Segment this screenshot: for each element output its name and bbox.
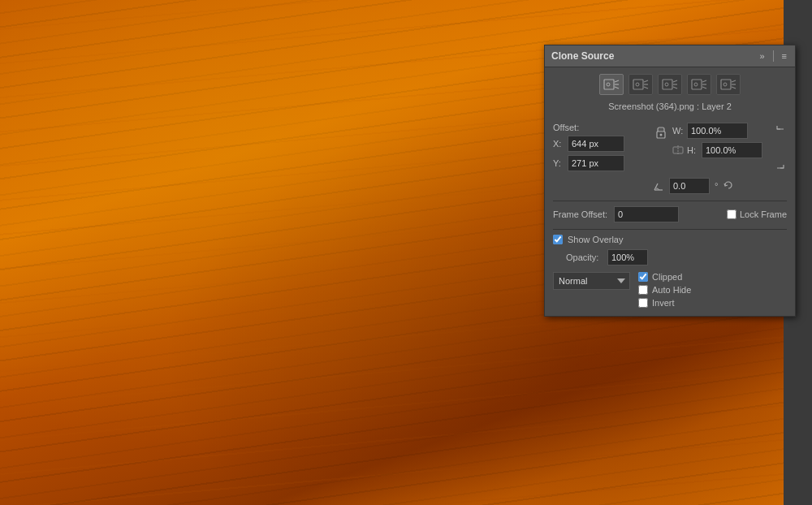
degree-label: ° bbox=[715, 181, 718, 191]
lock-icon-area bbox=[653, 123, 669, 175]
svg-rect-15 bbox=[692, 80, 702, 89]
svg-point-27 bbox=[660, 134, 663, 136]
source-name: Screenshot (364).png : Layer 2 bbox=[545, 100, 795, 118]
auto-hide-label: Auto Hide bbox=[652, 285, 691, 295]
x-input[interactable] bbox=[568, 136, 624, 152]
svg-rect-20 bbox=[721, 80, 731, 89]
svg-point-21 bbox=[723, 83, 727, 86]
source-icons-row bbox=[545, 67, 795, 100]
h-label: H: bbox=[687, 145, 698, 155]
reset-h-button[interactable] bbox=[774, 163, 787, 175]
opacity-row: Opacity: bbox=[566, 249, 787, 265]
invert-row: Invert bbox=[638, 298, 787, 308]
y-field-row: Y: bbox=[553, 155, 646, 171]
source-icon-3[interactable] bbox=[658, 74, 682, 95]
w-input[interactable] bbox=[687, 123, 748, 139]
panel-header: Clone Source » ≡ bbox=[545, 45, 795, 67]
svg-line-12 bbox=[673, 80, 677, 82]
show-overlay-row: Show Overlay bbox=[553, 235, 787, 244]
bottom-row: Normal Dissolve Multiply Screen Overlay … bbox=[553, 272, 787, 308]
svg-rect-5 bbox=[633, 80, 643, 89]
svg-line-33 bbox=[654, 183, 658, 190]
svg-line-14 bbox=[673, 87, 677, 88]
separator-2 bbox=[553, 229, 787, 230]
source-icon-2[interactable] bbox=[628, 74, 653, 95]
svg-line-9 bbox=[644, 87, 648, 88]
angle-row: ° bbox=[653, 178, 787, 194]
clipped-checkbox[interactable] bbox=[638, 272, 648, 282]
x-field-row: X: bbox=[553, 136, 646, 152]
clipped-label: Clipped bbox=[652, 272, 682, 282]
invert-checkbox[interactable] bbox=[638, 298, 648, 308]
lock-frame-checkbox[interactable] bbox=[727, 209, 736, 219]
svg-point-11 bbox=[665, 83, 668, 86]
auto-hide-checkbox[interactable] bbox=[638, 285, 648, 295]
clipped-row: Clipped bbox=[638, 272, 787, 282]
frame-offset-label: Frame Offset: bbox=[553, 209, 607, 219]
svg-line-4 bbox=[615, 87, 619, 88]
reset-buttons-col bbox=[774, 123, 787, 175]
opacity-label: Opacity: bbox=[566, 252, 603, 262]
w-label: W: bbox=[672, 126, 684, 136]
svg-line-17 bbox=[702, 80, 706, 82]
show-overlay-checkbox[interactable] bbox=[553, 235, 563, 244]
angle-icon bbox=[653, 180, 664, 192]
panel-title: Clone Source bbox=[551, 50, 614, 62]
svg-point-1 bbox=[607, 83, 610, 86]
lock-frame-label: Lock Frame bbox=[740, 209, 787, 219]
show-overlay-label: Show Overlay bbox=[568, 235, 623, 244]
svg-line-7 bbox=[644, 80, 648, 82]
angle-reset-button[interactable] bbox=[723, 179, 734, 193]
blend-mode-select[interactable]: Normal Dissolve Multiply Screen Overlay bbox=[553, 272, 630, 290]
x-label: X: bbox=[553, 139, 564, 149]
wh-inputs-col: W: H: bbox=[672, 123, 771, 175]
svg-rect-10 bbox=[663, 80, 672, 89]
svg-line-19 bbox=[702, 87, 706, 88]
invert-label: Invert bbox=[652, 298, 675, 308]
source-icon-4[interactable] bbox=[687, 74, 711, 95]
reset-w-button[interactable] bbox=[774, 124, 787, 136]
checkboxes-section: Clipped Auto Hide Invert bbox=[638, 272, 787, 308]
lock-icon bbox=[654, 126, 667, 150]
frame-offset-input[interactable] bbox=[614, 206, 679, 222]
svg-point-16 bbox=[694, 83, 698, 86]
source-icon-5[interactable] bbox=[716, 74, 741, 95]
auto-hide-row: Auto Hide bbox=[638, 285, 787, 295]
offset-fields: Offset: X: Y: bbox=[553, 123, 646, 175]
w-row: W: bbox=[672, 123, 771, 139]
svg-rect-0 bbox=[604, 80, 614, 89]
panel-header-controls: » ≡ bbox=[758, 50, 788, 62]
separator-1 bbox=[553, 201, 787, 201]
h-row: H: bbox=[672, 142, 771, 158]
source-icon-1[interactable] bbox=[599, 74, 624, 95]
h-input[interactable] bbox=[702, 142, 762, 158]
wh-section: W: H: bbox=[653, 123, 787, 175]
panel-content: Offset: X: Y: bbox=[545, 118, 795, 316]
frame-offset-row: Frame Offset: Lock Frame bbox=[553, 206, 787, 222]
svg-point-6 bbox=[636, 83, 639, 86]
svg-line-24 bbox=[732, 87, 736, 88]
header-divider bbox=[773, 50, 774, 62]
y-label: Y: bbox=[553, 158, 564, 168]
panel-expand-button[interactable]: » bbox=[758, 51, 766, 61]
y-input[interactable] bbox=[568, 155, 624, 171]
offset-wh-section: Offset: X: Y: bbox=[553, 123, 787, 175]
blend-mode-section: Normal Dissolve Multiply Screen Overlay bbox=[553, 272, 630, 290]
flip-h-icon bbox=[672, 145, 684, 156]
angle-input[interactable] bbox=[669, 178, 710, 194]
svg-line-22 bbox=[732, 80, 736, 82]
clone-source-panel: Clone Source » ≡ bbox=[544, 45, 796, 317]
offset-label: Offset: bbox=[553, 123, 646, 132]
lock-frame-container: Lock Frame bbox=[727, 209, 787, 219]
panel-menu-button[interactable]: ≡ bbox=[780, 51, 788, 61]
opacity-input[interactable] bbox=[607, 249, 648, 265]
svg-line-2 bbox=[615, 80, 619, 82]
